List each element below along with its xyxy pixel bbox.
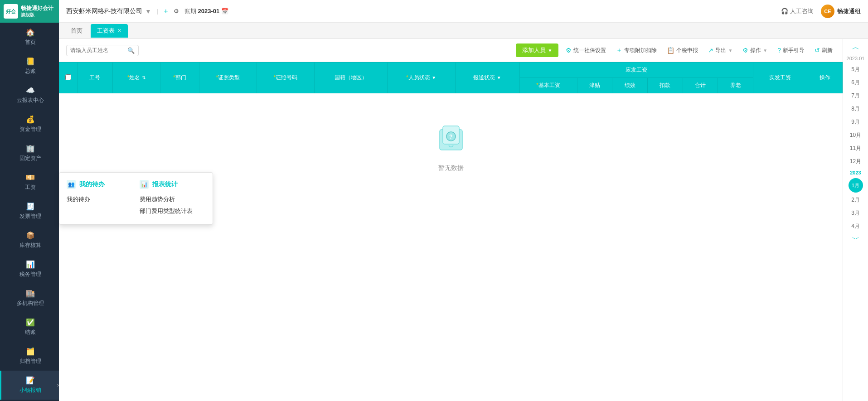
sidebar-item-invoice[interactable]: 🧾 发票管理 (0, 197, 59, 226)
popup-item-dept-cost[interactable]: 部门费用类型统计表 (140, 205, 205, 217)
guide-action[interactable]: ? 新手引导 (775, 45, 807, 56)
add-company-icon[interactable]: + (164, 7, 168, 15)
month-item-3[interactable]: 3月 (843, 207, 868, 220)
sidebar: 好会 畅捷通好会计 旗舰版 🏠 首页 📒 总账 ☁️ 云报表中心 💰 资金管理 … (0, 0, 59, 401)
search-icon: 🔍 (127, 47, 135, 54)
salary-table-container: 工号 *姓名 ⇅ *部门 *证照类型 *证照号码 国籍（地区） *人员状态 (59, 62, 843, 401)
col-department: *部门 (160, 63, 199, 93)
settings-icon[interactable]: ⚙ (174, 8, 179, 14)
guide-action-icon: ? (777, 47, 781, 54)
closing-icon: ✅ (26, 318, 35, 327)
deduction-icon: ＋ (616, 46, 622, 54)
popup-item-my-todo[interactable]: 我的待办 (67, 193, 132, 205)
export-action[interactable]: ↗ 导出 ▼ (705, 45, 735, 56)
expense-popup-menu: 👥 我的待办 我的待办 📊 报表统计 费用趋势分析 部门费用类型统计表 (59, 172, 213, 225)
assets-icon: 🏢 (26, 144, 35, 153)
col-operations: 操作 (807, 63, 843, 93)
col-allowance: 津贴 (577, 78, 612, 93)
sidebar-nav: 🏠 首页 📒 总账 ☁️ 云报表中心 💰 资金管理 🏢 固定资产 💴 工资 🧾 … (0, 23, 59, 401)
month-item-12[interactable]: 12月 (843, 155, 868, 168)
sidebar-item-report-center[interactable]: ☁️ 云报表中心 (0, 81, 59, 110)
add-person-button[interactable]: 添加人员 ▼ (516, 43, 558, 57)
logo-text: 畅捷通好会计 旗舰版 (21, 5, 53, 18)
col-deduction: 扣款 (648, 78, 683, 93)
col-employee-id: 工号 (78, 63, 113, 93)
op-icon: ⚙ (742, 47, 748, 54)
month-item-11[interactable]: 11月 (843, 142, 868, 155)
month-item-5[interactable]: 5月 (843, 63, 868, 76)
archive-icon: 🗂️ (26, 347, 35, 356)
expense-icon: 📝 (26, 376, 35, 385)
topbar-divider: | (157, 8, 158, 14)
social-insurance-action[interactable]: ⚙ 统一社保设置 (563, 45, 609, 56)
export-icon: ↗ (708, 47, 713, 54)
sidebar-item-fixed-assets[interactable]: 🏢 固定资产 (0, 139, 59, 168)
operation-action[interactable]: ⚙ 操作 ▼ (740, 45, 770, 56)
export-dropdown-icon: ▼ (728, 48, 732, 53)
inventory-icon: 📦 (26, 231, 35, 240)
col-report-status: 报送状态 ▼ (455, 63, 519, 93)
month-item-9[interactable]: 9月 (843, 116, 868, 129)
company-selector[interactable]: 西安虾米网络科技有限公司 ▼ (66, 7, 151, 15)
sidebar-item-salary[interactable]: 💴 工资 (0, 168, 59, 197)
filter-icon2[interactable]: ▼ (497, 75, 501, 80)
sidebar-item-home[interactable]: 🏠 首页 (0, 23, 59, 52)
current-year-label: 2023 (848, 168, 863, 177)
popup-reports-icon: 📊 (140, 180, 149, 189)
sidebar-item-tax[interactable]: 📊 税务管理 (0, 255, 59, 284)
app-logo: 好会 畅捷通好会计 旗舰版 (0, 0, 59, 23)
sidebar-item-inventory[interactable]: 📦 库存核算 (0, 226, 59, 255)
sidebar-item-expense[interactable]: 📝 小畅报销 › (0, 371, 59, 400)
sidebar-item-archive[interactable]: 🗂️ 归档管理 (0, 342, 59, 371)
sidebar-item-funds[interactable]: 💰 资金管理 (0, 110, 59, 139)
period-label: 账期 (184, 7, 196, 15)
month-item-6[interactable]: 6月 (843, 76, 868, 89)
tab-home[interactable]: 首页 (64, 24, 89, 38)
search-input[interactable] (70, 47, 125, 53)
home-icon: 🏠 (26, 28, 35, 37)
popup-todo-icon: 👥 (67, 180, 76, 189)
select-all-checkbox[interactable] (65, 74, 71, 80)
popup-section-reports: 📊 报表统计 费用趋势分析 部门费用类型统计表 (140, 180, 205, 217)
user-menu[interactable]: CE 畅捷通组 (821, 5, 861, 18)
col-performance: 绩效 (612, 78, 648, 93)
avatar: CE (821, 5, 834, 18)
col-total: 合计 (683, 78, 718, 93)
search-box[interactable]: 🔍 (66, 45, 139, 56)
month-item-7[interactable]: 7月 (843, 89, 868, 102)
sidebar-item-ledger[interactable]: 📒 总账 (0, 52, 59, 81)
month-item-2[interactable]: 2月 (843, 193, 868, 207)
sidebar-item-closing[interactable]: ✅ 结账 (0, 313, 59, 342)
no-data-illustration: ? (433, 121, 469, 157)
salary-table: 工号 *姓名 ⇅ *部门 *证照类型 *证照号码 国籍（地区） *人员状态 (59, 62, 843, 93)
user-name: 畅捷通组 (837, 7, 861, 15)
multi-org-icon: 🏬 (26, 289, 35, 298)
tab-salary-table[interactable]: 工资表 ✕ (91, 24, 128, 38)
filter-icon[interactable]: ▼ (432, 75, 436, 80)
col-nationality: 国籍（地区） (315, 63, 388, 93)
tab-close-icon[interactable]: ✕ (117, 28, 121, 34)
period-selector[interactable]: 账期 2023-01 📅 (184, 7, 229, 15)
support-button[interactable]: 🎧 人工咨询 (781, 7, 814, 15)
col-name: *姓名 ⇅ (112, 63, 160, 93)
toolbar: 🔍 添加人员 ▼ ⚙ 统一社保设置 ＋ 专项附加扣除 (59, 39, 843, 62)
month-item-10[interactable]: 10月 (843, 129, 868, 142)
sidebar-item-multi-org[interactable]: 🏬 多机构管理 (0, 284, 59, 313)
topbar-right: 🎧 人工咨询 CE 畅捷通组 (781, 5, 861, 18)
select-all-header[interactable] (59, 63, 78, 93)
refresh-icon: ↺ (815, 47, 820, 54)
tax-declaration-action[interactable]: 📋 个税申报 (664, 45, 701, 56)
month-nav-down[interactable]: ﹀ (850, 233, 861, 246)
popup-item-cost-trend[interactable]: 费用趋势分析 (140, 193, 205, 205)
ledger-icon: 📒 (26, 57, 35, 66)
month-nav-up[interactable]: ︿ (850, 41, 861, 54)
add-person-dropdown-icon: ▼ (548, 48, 552, 53)
special-deduction-action[interactable]: ＋ 专项附加扣除 (613, 44, 659, 56)
col-net-salary: 实发工资 (753, 63, 807, 93)
refresh-action[interactable]: ↺ 刷新 (812, 45, 835, 56)
sort-icon[interactable]: ⇅ (142, 75, 145, 80)
month-item-1-active[interactable]: 1月 (849, 178, 863, 193)
month-item-8[interactable]: 8月 (843, 102, 868, 116)
month-item-4[interactable]: 4月 (843, 220, 868, 233)
col-status: *人员状态 ▼ (387, 63, 455, 93)
